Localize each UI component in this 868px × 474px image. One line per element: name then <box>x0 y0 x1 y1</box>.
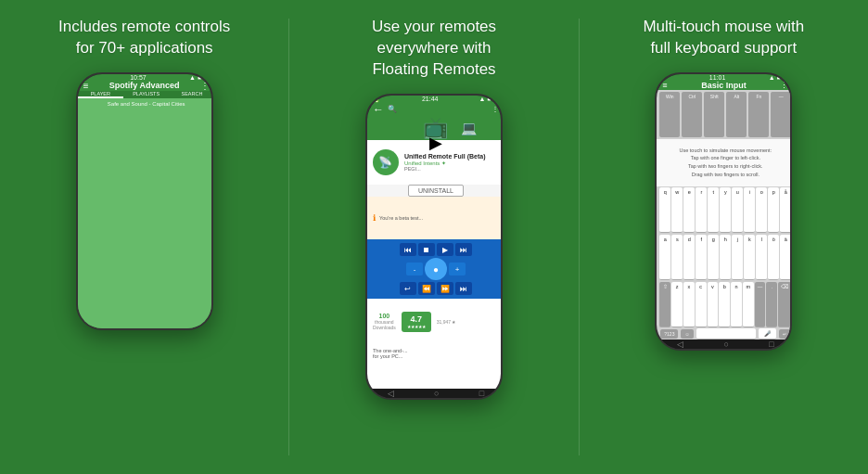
phone3-key-a[interactable]: a <box>659 235 670 280</box>
phone3-alt-key[interactable]: Alt <box>726 92 747 137</box>
phone1-time: 10:57 <box>130 74 147 81</box>
phone2-remote-skip-fwd[interactable]: ⏩ <box>437 282 453 295</box>
phone3-numpad-key[interactable]: ?123 <box>660 329 678 339</box>
phone2-downloads-stat: 100 thousand Downloads <box>373 313 396 330</box>
phone-1: ≡ 10:57 ▲ ■■■ ≡ Spotify Advanced ⋮ PLAYE… <box>76 72 213 330</box>
phone2-remote-play[interactable]: ▶ <box>437 243 453 256</box>
phone3-time: 11:01 <box>709 74 726 81</box>
phone1-track-name: Safe and Sound - Capital Cities <box>78 98 213 330</box>
phone3-shift-key[interactable]: Shft <box>704 92 724 137</box>
phone2-install-bar: UNINSTALL <box>367 185 503 197</box>
phone2-downloads-number: 100 <box>379 313 390 319</box>
phone3-key-z[interactable]: z <box>671 282 683 327</box>
phone3-key-dash[interactable]: — <box>755 282 766 327</box>
phone3-mouse-pad[interactable]: Use touch to simulate mouse movement: Ta… <box>657 139 792 186</box>
phone3-key-b[interactable]: b <box>719 282 730 327</box>
phone3-key-n[interactable]: n <box>731 282 742 327</box>
phone2-remote-back[interactable]: ↩ <box>400 282 416 295</box>
phone3-emoji-key[interactable]: ☺ <box>681 329 693 339</box>
phone3-extra-key[interactable]: — <box>771 92 791 137</box>
panel-2: Use your remoteseverywhere withFloating … <box>289 0 578 474</box>
phone3-key-aring[interactable]: å <box>780 187 791 233</box>
phone3-key-o[interactable]: o <box>756 187 767 233</box>
phone3-key-w[interactable]: w <box>671 187 683 233</box>
phone3-key-u[interactable]: u <box>732 187 743 233</box>
phone3-key-row-1: q w e r t y u i o p å <box>657 186 792 234</box>
phone3-fn-key[interactable]: Fn <box>748 92 769 137</box>
phone3-key-r[interactable]: r <box>696 187 707 233</box>
phone2-remote-fwd[interactable]: ⏭ <box>455 282 472 295</box>
phone2-time: 21:44 <box>422 96 439 102</box>
phone1-tab-playlists[interactable]: PLAYLISTS <box>123 91 169 98</box>
phone3-back-btn[interactable]: ◁ <box>677 339 683 349</box>
phone3-key-d[interactable]: d <box>683 235 695 280</box>
phone2-remote-area: ⏮ ⏹ ▶ ⏭ - ● + ↩ ⏪ ⏩ ⏭ <box>367 239 503 299</box>
phone3-key-c[interactable]: c <box>696 282 707 327</box>
phone3-key-q[interactable]: q <box>659 187 670 233</box>
phone3-key-t[interactable]: t <box>708 187 719 233</box>
phone3-key-v[interactable]: v <box>708 282 719 327</box>
phone2-remote-prev[interactable]: ⏮ <box>400 243 416 256</box>
phone3-key-x[interactable]: x <box>683 282 695 327</box>
phone3-key-p[interactable]: p <box>768 187 779 233</box>
phone2-remote-stop[interactable]: ⏹ <box>418 243 435 256</box>
phone2-back-btn[interactable]: ◁ <box>388 389 394 398</box>
phone2-rating-box: 4.7 ★★★★★ <box>402 312 431 332</box>
phone2-overflow-icon[interactable]: ⋮ <box>491 105 499 113</box>
phone2-battery-icon: 🔋 <box>373 96 381 103</box>
phone3-key-h[interactable]: h <box>720 235 731 280</box>
phone2-app-icon: 📡 <box>373 149 399 175</box>
phone2-signal: ▲ ■■■ <box>479 96 499 102</box>
panel-3-title: Multi-touch mouse withfull keyboard supp… <box>643 17 804 59</box>
phone3-key-g[interactable]: g <box>708 235 719 280</box>
phone3-backspace-key[interactable]: ⌫ <box>778 282 791 327</box>
phone3-nav-bar: ◁ ○ □ <box>657 339 792 349</box>
phone3-key-row-2: a s d f g h j k l ö ä <box>657 234 792 281</box>
phone3-key-j[interactable]: j <box>732 235 743 280</box>
phone3-key-row-3: ⇧ z x c v b n m — . ⌫ <box>657 281 792 328</box>
phone3-recent-btn[interactable]: □ <box>769 339 773 349</box>
phone3-key-k[interactable]: k <box>744 235 755 280</box>
phone2-home-btn[interactable]: ○ <box>434 389 439 398</box>
phone3-key-l[interactable]: l <box>756 235 767 280</box>
phone1-tabs: PLAYER PLAYLISTS SEARCH <box>78 91 213 98</box>
phone3-enter-key[interactable]: ↵ <box>779 329 790 339</box>
phone3-win-key[interactable]: Win <box>659 92 680 137</box>
phone2-remote-center[interactable]: ● <box>425 258 447 280</box>
phone3-overflow-icon: ⋮ <box>780 81 788 90</box>
phone2-uninstall-button[interactable]: UNINSTALL <box>408 185 464 197</box>
phone2-remote-vol-down[interactable]: - <box>406 263 423 275</box>
phone3-key-ouml[interactable]: ö <box>768 235 779 280</box>
phone3-key-f[interactable]: f <box>696 235 707 280</box>
phone3-modifier-row: Win Ctrl Shft Alt Fn — <box>657 90 792 139</box>
phone3-key-s[interactable]: s <box>671 235 683 280</box>
phone2-badge: PEGI... <box>404 166 486 172</box>
phone3-key-auml[interactable]: ä <box>780 235 791 280</box>
phone2-reviews-count: 31,947 ★ <box>437 319 456 325</box>
phone2-search-icon[interactable]: 🔍 <box>388 105 397 113</box>
phone2-remote-next[interactable]: ⏭ <box>455 243 472 256</box>
phone1-tab-player[interactable]: PLAYER <box>78 91 123 98</box>
phone3-space-key[interactable] <box>696 328 757 339</box>
phone2-rating-number: 4.7 <box>410 314 422 324</box>
phone-2: 🔋 21:44 ▲ ■■■ ← 🔍 ⋮ 📺 💻 ▶ <box>365 94 503 400</box>
phone3-key-y[interactable]: y <box>720 187 731 233</box>
phone2-desc-area: The one-and-...for your PC... <box>367 344 503 389</box>
phone2-remote-row-2: - ● + <box>406 258 466 280</box>
phone3-mic-key[interactable]: 🎤 <box>759 328 776 339</box>
phone3-key-i[interactable]: i <box>744 187 755 233</box>
phone1-tab-search[interactable]: SEARCH <box>169 91 212 98</box>
phone3-key-e[interactable]: e <box>683 187 695 233</box>
phone2-play-icon: ▶ <box>429 133 442 153</box>
phone2-back-icon[interactable]: ← <box>373 103 384 116</box>
phone3-home-btn[interactable]: ○ <box>723 339 728 349</box>
phone1-hamburger: ≡ <box>83 74 87 81</box>
phone3-shift-key-2[interactable]: ⇧ <box>659 282 670 327</box>
phone3-key-m[interactable]: m <box>743 282 754 327</box>
phone2-remote-vol-up[interactable]: + <box>449 263 466 275</box>
phone3-key-dot[interactable]: . <box>766 282 777 327</box>
phone2-info-icon: ℹ <box>373 213 376 223</box>
phone3-ctrl-key[interactable]: Ctrl <box>682 92 702 137</box>
phone2-recent-btn[interactable]: □ <box>479 389 484 398</box>
phone2-remote-skip-back[interactable]: ⏪ <box>418 282 435 295</box>
